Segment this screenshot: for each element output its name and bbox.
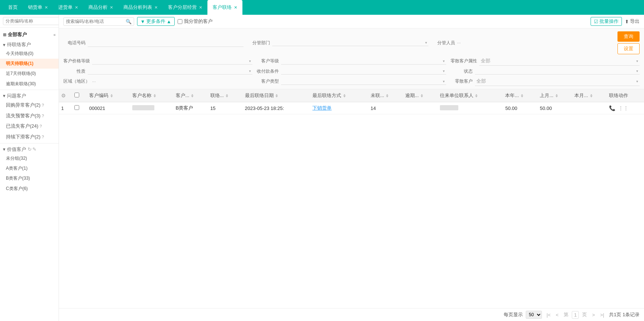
collapse-icon[interactable]: « (53, 32, 56, 37)
nav-customer-contact-close[interactable]: ✕ (234, 5, 237, 10)
nav-customer-contact[interactable]: 客户联络 ✕ (207, 0, 242, 15)
dept-select[interactable]: ▾ (272, 39, 428, 46)
gender-select[interactable]: ▾ (88, 68, 252, 75)
action-phone-icon[interactable]: 📞 (609, 105, 615, 111)
all-customers-title[interactable]: ⊞ 全部客户 « (0, 30, 59, 39)
gear-icon[interactable]: ⚙ (61, 93, 66, 99)
payment-select[interactable]: ▾ (281, 68, 446, 75)
nav-product-analysis-close[interactable]: ✕ (110, 5, 113, 10)
sort-last-contact-date[interactable] (276, 94, 278, 97)
help-icon-4[interactable]: ? (42, 135, 44, 139)
page-last-icon[interactable]: >| (598, 311, 606, 318)
batch-operations-button[interactable]: ☑ 批量操作 (591, 17, 622, 26)
edit-icon[interactable]: ✎ (32, 146, 36, 152)
sidebar-item-repurchase-abnormal[interactable]: 回购异常客户(2) ? (0, 100, 59, 111)
retail-attr-select[interactable]: 全部▾ (479, 56, 640, 66)
sort-last-month[interactable] (556, 94, 558, 97)
nav-customer-segment[interactable]: 客户分层经营 ✕ (163, 0, 207, 15)
phone-input[interactable] (88, 39, 244, 47)
nav-sales-order[interactable]: 销货单 ✕ (23, 0, 53, 15)
nav-product-analysis-list[interactable]: 商品分析列表 ✕ (118, 0, 163, 15)
nav-product-analysis-list-close[interactable]: ✕ (154, 5, 158, 10)
sort-customer-type[interactable] (191, 94, 193, 97)
col-uncontacted: 未联... (368, 89, 403, 102)
sidebar-item-lost[interactable]: 已流失客户(24) ? (0, 121, 59, 132)
sort-unit-contact[interactable] (475, 94, 477, 97)
row-contact-count: 15 (208, 102, 243, 114)
payment-chevron-icon: ▾ (443, 69, 445, 73)
help-icon-3[interactable]: ? (39, 124, 42, 128)
sort-overdue[interactable] (421, 94, 423, 97)
col-customer-code: 客户编码 (87, 89, 130, 102)
page-next-icon[interactable]: > (590, 311, 597, 318)
sidebar-item-today-pending[interactable]: 今天待联络(0) (0, 49, 59, 59)
sidebar-item-class-a[interactable]: A类客户(1) (0, 163, 59, 173)
last-contact-method-link[interactable]: 下销货单 (312, 105, 332, 111)
customer-level-select[interactable]: ▾ (281, 58, 446, 65)
nav-home[interactable]: 首页 (3, 0, 23, 15)
col-customer-type: 客户... (174, 89, 208, 102)
pending-group-title[interactable]: ▾ 待联络客户 (0, 39, 59, 49)
query-button[interactable]: 查询 (617, 31, 640, 42)
select-all-checkbox[interactable] (74, 93, 79, 97)
set-button[interactable]: 设置 (617, 43, 640, 54)
filter-bar: 🔍 ▼ 更多条件 ▲ 我分管的客户 ☑ 批量操作 ⬆ 导出 (59, 15, 644, 28)
gender-chevron-icon: ▾ (249, 69, 251, 73)
refresh-icon[interactable]: ↻ (28, 146, 32, 152)
nav-purchase-order[interactable]: 进货单 ✕ (53, 0, 83, 15)
customer-name-masked (132, 105, 154, 110)
value-group-title[interactable]: ▾ 价值客户 ↻ ✎ (0, 144, 59, 153)
nav-customer-segment-close[interactable]: ✕ (199, 5, 202, 10)
sidebar-item-tomorrow-pending[interactable]: 明天待联络(1) (0, 59, 59, 69)
top-navigation: 首页 销货单 ✕ 进货单 ✕ 商品分析 ✕ 商品分析列表 ✕ 客户分层经营 ✕ … (0, 0, 644, 15)
page-prev-icon[interactable]: < (554, 311, 561, 318)
more-conditions-button[interactable]: ▼ 更多条件 ▲ (137, 17, 175, 26)
sidebar-item-ungrouped[interactable]: 未分组(32) (0, 153, 59, 163)
status-select[interactable]: ▾ (475, 68, 640, 75)
manager-dots[interactable]: ··· (457, 40, 461, 45)
region-dots[interactable]: ··· (92, 79, 96, 84)
help-icon-1[interactable]: ? (42, 103, 44, 107)
sort-last-contact-method[interactable] (343, 94, 346, 97)
nav-product-analysis[interactable]: 商品分析 ✕ (83, 0, 118, 15)
sort-uncontacted[interactable] (386, 94, 388, 97)
sidebar-item-7days-pending[interactable]: 近7天待联络(0) (0, 69, 59, 79)
price-level-field: 客户价格等级 ▾ (63, 58, 252, 65)
sort-this-month[interactable] (590, 94, 592, 97)
total-records: 共1页 1条记录 (609, 311, 640, 318)
sort-customer-code[interactable] (111, 94, 113, 97)
sidebar-item-class-c[interactable]: C类客户(6) (0, 184, 59, 194)
main-content: 🔍 ▼ 更多条件 ▲ 我分管的客户 ☑ 批量操作 ⬆ 导出 (59, 15, 644, 321)
sort-this-year[interactable] (521, 94, 523, 97)
arrow-down-icon: ▾ (3, 42, 6, 48)
sidebar-item-class-b[interactable]: B类客户(33) (0, 173, 59, 183)
search-icon[interactable]: 🔍 (126, 19, 132, 24)
sidebar-divider-2 (0, 143, 59, 144)
my-customers-filter[interactable]: 我分管的客户 (178, 18, 213, 25)
sidebar-item-overdue-pending[interactable]: 逾期未联络(30) (0, 79, 59, 89)
action-more-icon[interactable]: ⋮⋮ (618, 105, 629, 111)
page-first-icon[interactable]: |< (545, 311, 553, 318)
table-container: ⚙ 客户编码 客户名称 (59, 89, 644, 308)
page-size-select[interactable]: 50 (526, 311, 542, 319)
sort-customer-name[interactable] (154, 94, 156, 97)
sidebar-item-lost-warning[interactable]: 流失预警客户(3) ? (0, 111, 59, 121)
row-select-checkbox[interactable] (74, 105, 79, 110)
nav-sales-order-close[interactable]: ✕ (45, 5, 48, 10)
price-level-select[interactable]: ▾ (92, 58, 252, 65)
sidebar-item-declining[interactable]: 持续下滑客户(2) ? (0, 132, 59, 142)
retail-customer-select[interactable]: 全部▾ (475, 77, 640, 86)
row-this-year: 50.00 (503, 102, 538, 114)
col-unit-contact: 往来单位联系人 (438, 89, 503, 102)
nav-purchase-order-close[interactable]: ✕ (75, 5, 78, 10)
problem-group-title[interactable]: ▾ 问题客户 (0, 91, 59, 100)
search-input[interactable] (66, 19, 125, 24)
col-this-month: 本月... (572, 89, 607, 102)
export-button[interactable]: ⬆ 导出 (625, 18, 640, 25)
my-customers-checkbox[interactable] (178, 19, 182, 24)
help-icon-2[interactable]: ? (42, 114, 44, 118)
customer-type-select[interactable]: ▾ (281, 78, 446, 85)
row-customer-name (130, 102, 173, 114)
sort-contact-count[interactable] (226, 94, 228, 97)
sidebar-search-input[interactable] (3, 17, 59, 25)
